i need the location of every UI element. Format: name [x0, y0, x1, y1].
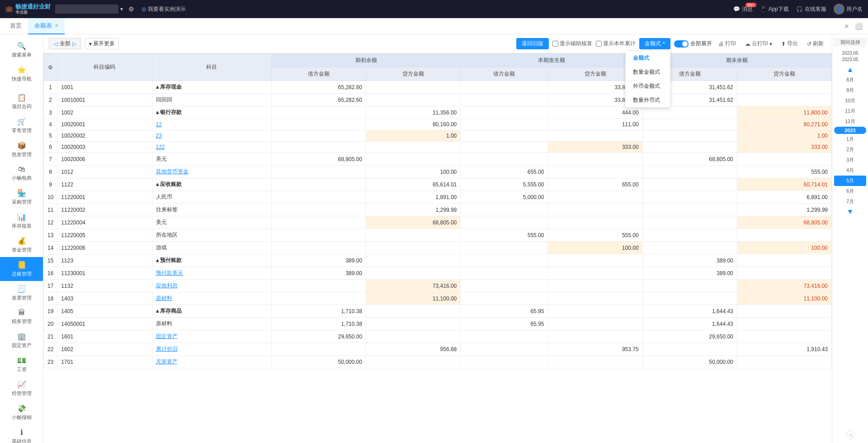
sidebar-item-quicknav[interactable]: ⭐ 快捷导航 [0, 62, 43, 86]
sidebar-item-wholesale[interactable]: 📦 批发管理 [0, 138, 43, 162]
table-cell [548, 267, 642, 280]
sidebar-item-invoice[interactable]: 🧾 发票管理 [0, 281, 43, 305]
row-subject: 原材料 [152, 318, 271, 330]
export-btn[interactable]: ⬆ 导出 [778, 38, 801, 49]
sidebar-item-tax[interactable]: 🏛 税务管理 [0, 305, 43, 329]
year-checkbox-input[interactable] [596, 41, 602, 47]
search-input[interactable] [55, 5, 118, 14]
table-cell: 389.00 [642, 267, 737, 280]
sidebar-item-search[interactable]: 🔍 搜索菜单 [0, 38, 43, 62]
month-11[interactable]: 11月 [834, 106, 866, 116]
row-no: 10 [44, 191, 57, 204]
tab-balance[interactable]: 余额表 ✕ [28, 18, 65, 34]
breadcrumb-arrow-icon: ▷ [72, 41, 76, 47]
dropdown-item-qty-foreign[interactable]: 数量外币式 [626, 93, 670, 107]
app-download-btn[interactable]: 📱 App下载 [760, 5, 789, 13]
settings-icon[interactable]: ⚙ [128, 5, 134, 13]
sidebar-item-basic[interactable]: ℹ 基础信息 [0, 424, 43, 443]
table-cell [737, 254, 831, 267]
toggle-switch[interactable] [674, 40, 689, 48]
dropdown-item-amount[interactable]: 金额式 [626, 51, 670, 65]
month-7[interactable]: 7月 [834, 196, 866, 207]
logo-icon: 💼 [5, 5, 13, 12]
table-cell: 100.00 [737, 242, 831, 254]
helper-checkbox-input[interactable] [552, 41, 558, 47]
sidebar-item-capital[interactable]: 💰 资金管理 [0, 233, 43, 257]
tab-home[interactable]: 首页 [4, 18, 28, 34]
prev-year-btn[interactable]: ▲ [846, 65, 855, 75]
col-cl-credit: 贷方金额 [737, 67, 831, 81]
table-cell [461, 280, 548, 292]
sidebar-item-general-ledger[interactable]: 📒 总账管理 [0, 257, 43, 281]
sidebar-item-salary[interactable]: 💵 工资 [0, 352, 43, 376]
table-cell: 555.00 [737, 166, 831, 178]
tab-bar-close-btns: ✕ ⬜ [842, 22, 864, 31]
table-cell: 333.00 [548, 142, 642, 153]
row-no: 6 [44, 142, 57, 153]
sidebar-item-project[interactable]: 📋 项目合同 [0, 90, 43, 114]
row-subject: 原材料 [152, 292, 271, 305]
expand-more-btn[interactable]: ▾ 展开更多 [85, 38, 119, 49]
row-code: 14050001 [57, 318, 152, 330]
row-code: 10020001 [57, 119, 152, 130]
sidebar-item-assets[interactable]: 🏢 固定资产 [0, 329, 43, 352]
table-cell [642, 106, 737, 119]
maximize-tab-btn[interactable]: ⬜ [853, 22, 864, 31]
year-range: 2023.05 2023.05 [842, 50, 858, 63]
month-3[interactable]: 3月 [834, 155, 866, 165]
table-cell: 65.95 [461, 305, 548, 318]
dropdown-item-qty-amount[interactable]: 数量金额式 [626, 65, 670, 79]
month-12[interactable]: 12月 [834, 116, 866, 127]
table-cell [461, 254, 548, 267]
month-4[interactable]: 4月 [834, 165, 866, 176]
tab-bar: 首页 余额表 ✕ ✕ ⬜ [0, 18, 868, 34]
show-year-checkbox[interactable]: 显示本年累计 [596, 40, 636, 48]
show-helper-checkbox[interactable]: 显示辅助核算 [552, 40, 592, 48]
demo-link[interactable]: ◎ 我要看实例演示 [142, 5, 186, 13]
row-code: 10020003 [57, 142, 152, 153]
close-tab-btn[interactable]: ✕ [842, 22, 851, 31]
table-cell [548, 130, 642, 142]
user-avatar[interactable]: 👤 用户名 [834, 4, 863, 14]
month-9[interactable]: 9月 [834, 85, 866, 95]
cloud-print-icon: ☁ [745, 41, 750, 47]
row-no: 15 [44, 254, 57, 267]
table-cell [271, 178, 366, 191]
table-cell: 50,000.00 [642, 356, 737, 368]
settings-col-icon[interactable]: ⚙ [48, 64, 53, 71]
month-2[interactable]: 2月 [834, 144, 866, 155]
month-8[interactable]: 8月 [834, 75, 866, 85]
search-dropdown-icon[interactable]: ▾ [120, 6, 123, 12]
month-10[interactable]: 10月 [834, 95, 866, 106]
sidebar-item-business[interactable]: 📈 经营管理 [0, 376, 43, 400]
table-cell: 389.00 [271, 267, 366, 280]
table-cell [548, 254, 642, 267]
month-6[interactable]: 6月 [834, 186, 866, 196]
tab-close-icon[interactable]: ✕ [55, 23, 58, 28]
month-1[interactable]: 1月 [834, 134, 866, 144]
amount-mode-btn[interactable]: 金额式 ^ [639, 38, 670, 49]
row-no: 4 [44, 119, 57, 130]
table-cell: 444.00 [548, 106, 642, 119]
next-year-btn[interactable]: ▼ [846, 207, 855, 217]
dropdown-item-foreign-amount[interactable]: 外币金额式 [626, 79, 670, 93]
print-btn[interactable]: 🖨 打印 [716, 38, 739, 49]
sidebar-item-retail[interactable]: 🛒 零售管理 [0, 114, 43, 138]
cloud-print-btn[interactable]: ☁ 云打印 ▾ [742, 38, 775, 49]
online-service-btn[interactable]: 🎧 在线客服 [796, 5, 826, 13]
expand-all-toggle[interactable]: 全部展开 [674, 40, 712, 48]
return-old-version-btn[interactable]: 退回旧版 [516, 38, 549, 49]
collapse-panel-btn[interactable]: ◁ [846, 430, 855, 439]
table-cell: 1.00 [737, 130, 831, 142]
all-filter-btn[interactable]: ◁ 全部 ▷ [49, 38, 81, 49]
table-cell: 11,800.00 [737, 106, 831, 119]
sidebar-item-inventory[interactable]: 📊 库存核算 [0, 209, 43, 233]
sidebar-item-purchase[interactable]: 🏪 采购管理 [0, 185, 43, 209]
sidebar-item-ecommerce[interactable]: 🛍 小畅电商 [0, 162, 43, 185]
message-btn[interactable]: 💬 消息 99+ [733, 5, 753, 13]
salary-icon: 💵 [17, 356, 26, 365]
refresh-btn[interactable]: ↺ 刷新 [804, 38, 826, 49]
sidebar-item-sales[interactable]: 💸 小畅报销 [0, 400, 43, 424]
year-2023-label[interactable]: 2023 [834, 127, 866, 134]
month-5[interactable]: 5月 [834, 176, 866, 186]
